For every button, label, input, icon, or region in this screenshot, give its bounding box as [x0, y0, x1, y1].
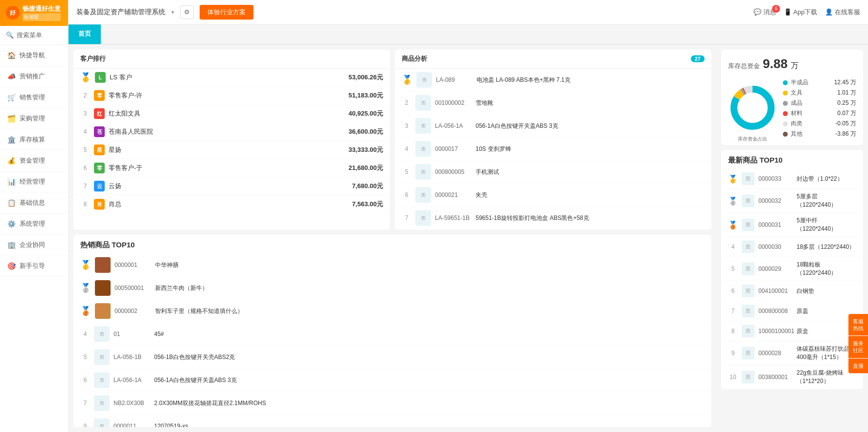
np-image: 图: [742, 194, 754, 207]
sidebar-item-purchase[interactable]: 🗂️采购管理: [0, 108, 68, 129]
new-products-panel: 最新商品 TOP10 🥇图0000033封边带（1.0*22）🥈图0000032…: [721, 150, 863, 389]
sidebar-search[interactable]: 🔍 搜索菜单: [0, 26, 68, 45]
inventory-icon: 🏛️: [7, 135, 16, 144]
rank-number: 3: [80, 110, 90, 117]
sidebar-item-inventory[interactable]: 🏛️库存核算: [0, 129, 68, 150]
main-area: 装备及固定资产辅助管理系统 ▾ ⚙ 体验行业方案 💬 消息 6 📱 App下载 …: [69, 0, 868, 432]
sidebar-item-sales[interactable]: 🛒销售管理: [0, 87, 68, 108]
float-button-1[interactable]: 服务社区: [848, 336, 868, 358]
settings-icon[interactable]: ⚙: [180, 5, 194, 19]
notification-area[interactable]: 💬 消息 6: [754, 8, 776, 17]
np-rank-num: 7: [728, 308, 738, 314]
sidebar-item-label: 资金管理: [20, 156, 45, 165]
sidebar-item-operations[interactable]: 📊经营管理: [0, 171, 68, 192]
purchase-icon: 🗂️: [7, 114, 16, 123]
rank-number: 5: [80, 146, 90, 153]
quick-nav-icon: 🏠: [7, 51, 16, 60]
customer-name: 肖总: [109, 200, 348, 209]
product-ranking-header: 商品分析 27: [395, 49, 711, 69]
customer-name: 苍南县人民医院: [109, 127, 344, 136]
rank-number: 7: [80, 183, 90, 190]
hot-product-code: 0000001: [114, 262, 151, 268]
marketing-icon: 📣: [7, 72, 16, 81]
legend-item: 成品0.25 万: [783, 99, 856, 107]
notification-badge: 6: [772, 5, 780, 13]
legend-dot: [783, 91, 788, 96]
hot-product-code: 000500001: [114, 285, 151, 291]
inventory-card: 库存总资金 9.88 万: [721, 49, 863, 145]
sidebar-item-quick-nav[interactable]: 🏠快捷导航: [0, 45, 68, 66]
product-rank-row: 3图LA-056-1A056-1A白色按键开关盖ABS 3克: [395, 115, 711, 138]
legend-item: 肉类-0.05 万: [783, 120, 856, 128]
legend-dot: [783, 111, 788, 116]
np-name: 体碳荔枝味苏打饮品400毫升（1*15）: [797, 345, 856, 361]
inventory-amount: 9.88: [763, 56, 788, 72]
hot-medal-silver: 🥈: [80, 283, 91, 293]
customer-rank-row: 4苍苍南县人民医院36,600.00元: [73, 123, 390, 141]
sidebar-item-newbie[interactable]: 🎯新手引导: [0, 256, 68, 277]
np-name: 原盖: [797, 307, 856, 315]
inventory-unit: 万: [791, 61, 799, 71]
tab-home[interactable]: 首页: [69, 24, 101, 44]
customer-ranking-title: 客户排行: [80, 54, 106, 63]
np-image: 图: [742, 325, 754, 337]
customer-rank-row: 3红红太阳文具40,925.00元: [73, 105, 390, 123]
sidebar-item-enterprise[interactable]: 🏢企业协同: [0, 235, 68, 256]
hot-product-name: 2.0X30MM双搓花轴搓花直径2.1MM/ROHS: [154, 399, 705, 408]
new-product-row: 5图000002918颗粒板（1220*2440）: [721, 257, 863, 281]
logo-icon: 好: [6, 6, 20, 20]
float-button-0[interactable]: 客服热线: [848, 314, 868, 336]
hot-product-row: 4图0145#: [73, 323, 711, 346]
sidebar-item-label: 系统管理: [20, 219, 45, 228]
hot-medal-bronze: 🥉: [80, 306, 91, 316]
product-rank-row: 5图000800005手机测试: [395, 161, 711, 184]
dropdown-arrow-icon[interactable]: ▾: [171, 9, 174, 16]
legend-item: 其他-3.86 万: [783, 130, 856, 138]
sidebar-item-base-info[interactable]: 📋基础信息: [0, 192, 68, 214]
product-rank-num: 5: [402, 168, 411, 175]
np-rank-num: 9: [728, 350, 738, 357]
rank-number: 8: [80, 201, 90, 208]
sidebar-item-marketing[interactable]: 📣营销推广: [0, 66, 68, 87]
sidebar-menu: 🏠快捷导航📣营销推广🛒销售管理🗂️采购管理🏛️库存核算💰资金管理📊经营管理📋基础…: [0, 45, 68, 277]
sidebar-item-finance[interactable]: 💰资金管理: [0, 150, 68, 171]
np-image: 图: [742, 371, 754, 384]
search-label: 搜索菜单: [17, 31, 42, 40]
trial-button[interactable]: 体验行业方案: [200, 5, 253, 20]
hot-product-row: 8图000001112070519-xs: [73, 415, 711, 427]
customer-rank-row: 🥇LLS 客户53,006.26元: [73, 69, 390, 87]
np-image: 图: [742, 240, 754, 253]
product-name: 10S 变刹罗蜂: [476, 145, 705, 153]
sidebar-item-label: 基础信息: [20, 198, 45, 207]
sidebar-item-sys-manage[interactable]: ⚙️系统管理: [0, 214, 68, 235]
customer-amount: 7,563.00元: [352, 200, 383, 209]
new-product-row: 4图000003018多层（1220*2440）: [721, 237, 863, 257]
sidebar-item-label: 库存核算: [20, 135, 45, 144]
customer-amount: 51,183.00元: [348, 91, 383, 100]
sys-manage-icon: ⚙️: [7, 219, 16, 228]
product-rank-row: 6图0000021夹壳: [395, 184, 711, 207]
legend-name: 半成品: [791, 78, 831, 87]
topbar: 装备及固定资产辅助管理系统 ▾ ⚙ 体验行业方案 💬 消息 6 📱 App下载 …: [69, 0, 868, 24]
notification-icon: 💬: [754, 8, 761, 16]
np-rank-num: 4: [728, 243, 738, 250]
legend-name: 材料: [791, 109, 834, 118]
np-image: 图: [742, 218, 754, 231]
app-download[interactable]: 📱 App下载: [784, 8, 817, 17]
new-product-row: 6图004100001白钢垫: [721, 281, 863, 301]
np-name: 白钢垫: [797, 287, 856, 295]
donut-chart: [728, 83, 777, 132]
legend-value: -0.05 万: [835, 120, 856, 128]
np-rank-num: 10: [728, 374, 738, 381]
product-code: 0000017: [435, 145, 472, 152]
inventory-label: 库存总资金: [728, 62, 760, 71]
np-name: 18多层（1220*2440）: [797, 243, 856, 251]
float-button-2[interactable]: 直播: [848, 359, 868, 373]
online-service[interactable]: 👤 在线客服: [825, 8, 860, 17]
np-code: 0000033: [758, 175, 793, 182]
hot-product-name: 智利车子里（规格不知道填什么）: [155, 307, 705, 315]
customer-amount: 7,680.00元: [352, 182, 383, 191]
product-code: LA-056-1A: [435, 122, 472, 129]
product-name: 雪地靴: [476, 99, 705, 107]
new-product-row: 10图00380000122g鱼豆腐-烧烤味（1*12*20）: [721, 365, 863, 389]
